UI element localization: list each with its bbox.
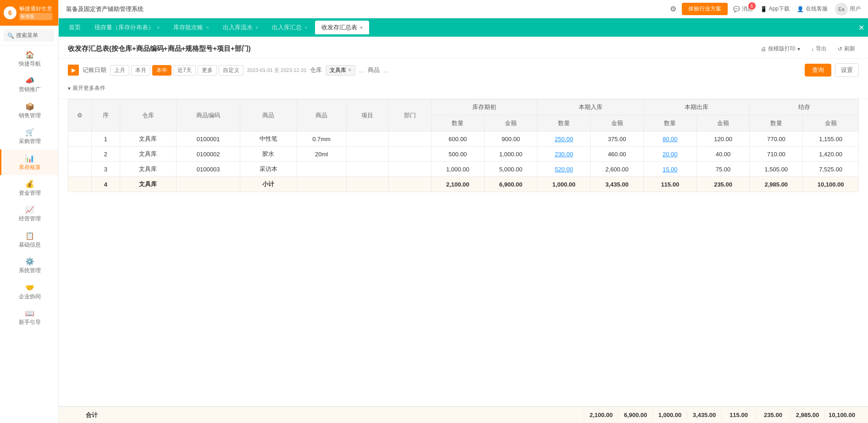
td-out-amt: 120.00: [697, 132, 750, 147]
tab-inout-summary[interactable]: 出入库汇总 ×: [265, 21, 314, 34]
sidebar-item-system[interactable]: ⚙️ 系统管理: [0, 253, 58, 278]
td-dept: [389, 132, 431, 147]
settings-icon[interactable]: ⚙: [670, 5, 676, 13]
tab-bar: 首页 现存量（库存分布表） × 库存批次账 × 出入库流水 × 出入库汇总 × …: [59, 18, 868, 37]
user-btn[interactable]: Ea 用户: [835, 3, 861, 16]
td-out-qty[interactable]: 20.00: [643, 147, 697, 162]
chevron-down-icon: ▾: [797, 46, 800, 52]
table-container: ⚙ 序 仓库 商品编码 商品 商品 项目 部门 库存期初 本期入库 本期出库 结…: [59, 99, 868, 406]
page-content: 收发存汇总表(按仓库+商品编码+商品+规格型号+项目+部门) 🖨 按模版打印 ▾…: [59, 37, 868, 423]
page-title: 收发存汇总表(按仓库+商品编码+商品+规格型号+项目+部门): [68, 44, 251, 53]
warehouse-section: 仓库 文具库 × ...: [310, 65, 364, 76]
sidebar-item-purchase[interactable]: 🛒 采购管理: [0, 123, 58, 149]
tab-close-inout-summary[interactable]: ×: [304, 25, 307, 30]
sidebar-item-guide[interactable]: 📖 新手引导: [0, 304, 58, 330]
warehouse-more[interactable]: ...: [359, 67, 364, 74]
set-button[interactable]: 设置: [835, 63, 859, 77]
td-no: 1: [91, 132, 120, 147]
sidebar-item-quick-nav[interactable]: 🏠 快捷导航: [0, 46, 58, 71]
td-closing-qty: 2,985.00: [750, 177, 803, 192]
td-out-qty[interactable]: 80.00: [643, 132, 697, 147]
sidebar-item-marketing[interactable]: 📣 营销推广: [0, 71, 58, 97]
online-service-btn[interactable]: 👤 在线客服: [797, 5, 828, 13]
warehouse-tag-close[interactable]: ×: [348, 67, 351, 73]
td-out-amt: 235.00: [697, 177, 750, 192]
header-right: 💬 消息 6 📱 App下载 👤 在线客服 Ea 用户: [733, 3, 861, 16]
date-filter-label: 记账日期: [83, 66, 106, 74]
td-warehouse: 文具库: [120, 177, 176, 192]
operation-icon: 📈: [25, 205, 34, 214]
td-opening-amt: 900.00: [484, 132, 537, 147]
basic-icon: 📋: [25, 231, 34, 240]
page-actions: 🖨 按模版打印 ▾ ↓ 导出 ↺ 刷新: [757, 43, 859, 55]
date-btn-7days[interactable]: 近7天: [173, 65, 196, 76]
th-settings[interactable]: ⚙: [68, 99, 92, 132]
tab-collect-summary[interactable]: 收发存汇总表 ×: [315, 21, 369, 34]
date-btn-this-year[interactable]: 本年: [152, 65, 171, 76]
system-icon: ⚙️: [25, 257, 34, 266]
warehouse-label: 仓库: [310, 66, 322, 74]
td-name: 胶水: [240, 147, 297, 162]
message-btn[interactable]: 💬 消息 6: [733, 5, 753, 13]
td-in-qty[interactable]: 250.00: [537, 132, 591, 147]
app-download-btn[interactable]: 📱 App下载: [760, 5, 790, 13]
goods-label: 商品: [368, 66, 380, 74]
tab-inventory-dist[interactable]: 现存量（库存分布表） ×: [88, 21, 166, 34]
date-btn-custom[interactable]: 自定义: [219, 65, 243, 76]
goods-more[interactable]: ...: [383, 67, 388, 74]
footer-in-amt: 3,435.00: [687, 410, 721, 420]
sidebar-item-operation[interactable]: 📈 经营管理: [0, 201, 58, 226]
expand-more-btn[interactable]: ▾ 展开更多条件: [68, 84, 105, 92]
query-button[interactable]: 查询: [805, 64, 831, 77]
system-title: 装备及固定资产辅助管理系统: [66, 5, 664, 13]
filter-toggle-btn[interactable]: ▶: [68, 65, 79, 76]
sidebar-item-inventory[interactable]: 📊 库存核算: [0, 149, 58, 175]
td-spec: [297, 162, 346, 177]
td-in-qty[interactable]: 520.00: [537, 162, 591, 177]
tab-home[interactable]: 首页: [62, 21, 87, 34]
td-opening-amt: 1,000.00: [484, 147, 537, 162]
print-btn[interactable]: 🖨 按模版打印 ▾: [757, 43, 804, 55]
export-btn[interactable]: ↓ 导出: [807, 43, 830, 55]
sidebar-item-sales[interactable]: 📦 销售管理: [0, 98, 58, 123]
date-btn-more[interactable]: 更多: [198, 65, 217, 76]
tab-batch-ledger[interactable]: 库存批次账 ×: [167, 21, 215, 34]
th-group-out: 本期出库: [643, 99, 750, 115]
td-project: [346, 162, 389, 177]
td-settings: [68, 147, 92, 162]
td-project: [346, 132, 389, 147]
sidebar-item-basic[interactable]: 📋 基础信息: [0, 227, 58, 253]
refresh-btn[interactable]: ↺ 刷新: [834, 43, 859, 55]
experience-btn[interactable]: 体验行业方案: [682, 3, 728, 15]
td-out-qty[interactable]: 15.00: [643, 162, 697, 177]
tab-close-collect-summary[interactable]: ×: [360, 25, 363, 30]
sidebar-item-enterprise[interactable]: 🤝 企业协同: [0, 279, 58, 304]
th-opening-amt: 金额: [484, 115, 537, 132]
date-btn-last-month[interactable]: 上月: [110, 65, 129, 76]
td-name: 采访本: [240, 162, 297, 177]
date-btn-this-month[interactable]: 本月: [131, 65, 150, 76]
tab-close-inventory-dist[interactable]: ×: [157, 25, 160, 30]
td-out-qty: 115.00: [643, 177, 697, 192]
tab-inout-flow[interactable]: 出入库流水 ×: [216, 21, 265, 34]
filter-bar: ▶ 记账日期 上月 本月 本年 近7天 更多 自定义 2023-01-01 至 …: [59, 59, 868, 99]
td-project: [346, 177, 389, 192]
finance-icon: 💰: [25, 180, 34, 188]
th-out-amt: 金额: [697, 115, 750, 132]
tab-close-inout-flow[interactable]: ×: [255, 25, 258, 30]
td-in-qty[interactable]: 230.00: [537, 147, 591, 162]
footer-label: 合计: [83, 411, 101, 419]
footer-out-amt: 235.00: [756, 410, 790, 420]
tab-bar-close-icon[interactable]: ✕: [858, 23, 864, 32]
td-opening-amt: 6,900.00: [484, 177, 537, 192]
chevron-down-icon: ▾: [68, 85, 71, 92]
td-dept: [389, 147, 431, 162]
sidebar-search-area: 🔍 搜索菜单: [0, 26, 58, 46]
th-dept: 部门: [389, 99, 431, 132]
th-spec: 商品: [297, 99, 346, 132]
search-menu-button[interactable]: 🔍 搜索菜单: [4, 29, 55, 42]
sidebar-item-finance[interactable]: 💰 资金管理: [0, 175, 58, 201]
tab-close-batch-ledger[interactable]: ×: [206, 25, 209, 30]
td-code: 0100003: [177, 162, 240, 177]
th-out-qty: 数量: [643, 115, 697, 132]
